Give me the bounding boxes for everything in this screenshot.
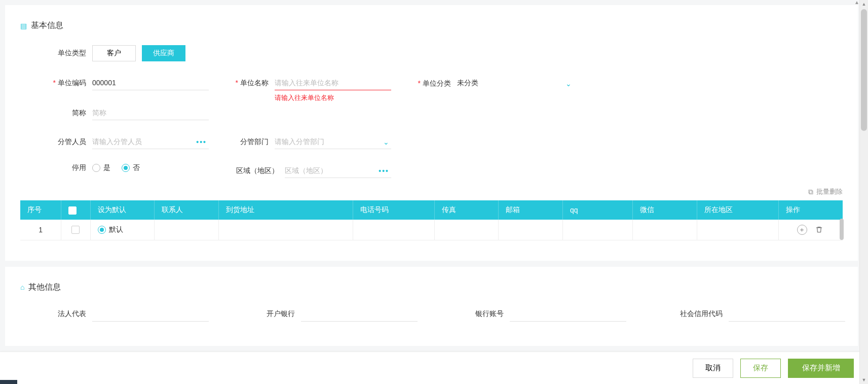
radio-disabled-no[interactable]: 否 (122, 163, 140, 172)
th-email: 邮箱 (499, 200, 563, 220)
input-short-name[interactable] (92, 106, 209, 120)
th-contact: 联系人 (155, 200, 219, 220)
label-unit-code: 单位编码 (58, 79, 86, 87)
scroll-up-icon[interactable]: ▲ (860, 0, 868, 8)
input-manager[interactable] (92, 134, 209, 149)
label-unit-category: 单位分类 (423, 79, 451, 87)
cell-phone[interactable] (353, 220, 434, 240)
header-checkbox[interactable] (68, 206, 77, 215)
select-unit-category[interactable]: 未分类 ⌄ (457, 76, 574, 91)
cell-area[interactable] (697, 220, 778, 240)
input-bank[interactable] (301, 307, 418, 322)
footer-action-bar: 取消 保存 保存并新增 (0, 352, 868, 384)
input-unit-code[interactable] (92, 76, 209, 90)
field-unit-code: *单位编码 (46, 76, 228, 90)
picker-manager[interactable]: ••• (92, 134, 209, 149)
field-unit-name: *单位名称 请输入往来单位名称 (228, 76, 410, 90)
field-legal-rep: 法人代表 (46, 307, 209, 322)
cell-address[interactable] (218, 220, 353, 240)
radio-disabled-yes[interactable]: 是 (92, 163, 110, 172)
th-actions: 操作 (778, 200, 843, 220)
label-short-name: 简称 (46, 109, 86, 118)
th-phone: 电话号码 (353, 200, 434, 220)
scroll-top-caret-icon: ▲ (854, 0, 859, 5)
contacts-table: 序号 设为默认 联系人 到货地址 电话号码 传真 邮箱 qq 微信 所在地区 操… (20, 200, 843, 240)
label-legal-rep: 法人代表 (46, 309, 86, 319)
label-bank: 开户银行 (254, 309, 295, 319)
table-scrollbar-thumb[interactable] (840, 219, 844, 240)
trash-icon (815, 226, 823, 233)
label-region: 区域（地区） (228, 166, 279, 176)
th-wechat: 微信 (633, 200, 697, 220)
cancel-button[interactable]: 取消 (693, 359, 733, 378)
table-header-row: 序号 设为默认 联系人 到货地址 电话号码 传真 邮箱 qq 微信 所在地区 操… (20, 200, 843, 220)
field-unit-type: 单位类型 客户 供应商 (46, 45, 228, 61)
input-credit-code[interactable] (729, 307, 845, 322)
label-credit-code: 社会信用代码 (672, 309, 723, 319)
row-default-radio[interactable]: 默认 (98, 225, 123, 234)
basic-info-icon: ▤ (20, 22, 27, 30)
field-disabled: 停用 是 否 (46, 163, 228, 172)
field-short-name: 简称 (46, 106, 228, 120)
label-department: 分管部门 (228, 137, 269, 147)
th-area: 所在地区 (697, 200, 778, 220)
delete-row-button[interactable] (814, 225, 824, 235)
label-account: 银行账号 (463, 309, 504, 319)
save-and-new-button[interactable]: 保存并新增 (788, 359, 854, 378)
th-qq: qq (562, 200, 632, 220)
batch-delete-link[interactable]: ⧉ 批量删除 (20, 187, 843, 196)
field-bank: 开户银行 (254, 307, 418, 322)
other-info-title: 其他信息 (28, 282, 61, 293)
unit-type-customer-button[interactable]: 客户 (92, 45, 136, 61)
cell-contact[interactable] (155, 220, 219, 240)
label-disabled: 停用 (46, 163, 86, 172)
contacts-table-wrap: 序号 设为默认 联系人 到货地址 电话号码 传真 邮箱 qq 微信 所在地区 操… (20, 200, 843, 240)
panel-basic-info: ▤ 基本信息 单位类型 客户 供应商 *单位编码 *单位名称 (5, 5, 858, 261)
required-marker: * (418, 79, 421, 87)
table-row: 1 默认 (20, 220, 843, 240)
picker-region[interactable]: ••• (285, 163, 391, 178)
input-department[interactable] (275, 134, 391, 149)
required-marker: * (53, 79, 56, 87)
cell-seq: 1 (20, 220, 61, 240)
panel-other-info: ⌂ 其他信息 法人代表 开户银行 银行账号 社会信用代码 (5, 267, 858, 346)
save-button[interactable]: 保存 (740, 359, 781, 378)
th-fax: 传真 (434, 200, 499, 220)
required-marker: * (236, 79, 238, 87)
label-unit-type: 单位类型 (46, 49, 86, 58)
basic-info-title: 基本信息 (31, 20, 63, 31)
panel-basic-header: ▤ 基本信息 (20, 20, 843, 31)
select-department[interactable]: ⌄ (275, 134, 391, 149)
input-unit-name[interactable] (275, 76, 391, 90)
label-manager: 分管人员 (46, 137, 86, 147)
cell-fax[interactable] (434, 220, 499, 240)
scroll-down-icon[interactable]: ▼ (860, 376, 868, 384)
field-department: 分管部门 ⌄ (228, 134, 410, 149)
th-checkbox (61, 200, 91, 220)
panel-other-header: ⌂ 其他信息 (20, 282, 843, 293)
field-region: 区域（地区） ••• (228, 163, 410, 178)
unit-type-supplier-button[interactable]: 供应商 (142, 45, 185, 61)
th-seq: 序号 (20, 200, 61, 220)
scrollbar-thumb[interactable] (861, 9, 867, 131)
field-credit-code: 社会信用代码 (672, 307, 845, 322)
field-unit-category: *单位分类 未分类 ⌄ (410, 76, 593, 91)
radio-dot-icon (98, 226, 106, 234)
th-address: 到货地址 (218, 200, 353, 220)
dark-footer-strip (0, 380, 17, 384)
input-region[interactable] (285, 163, 391, 178)
error-unit-name: 请输入往来单位名称 (275, 93, 334, 102)
add-row-button[interactable]: ＋ (797, 225, 807, 235)
field-manager: 分管人员 ••• (46, 134, 228, 149)
field-account: 银行账号 (463, 307, 626, 322)
cell-email[interactable] (499, 220, 563, 240)
page-scrollbar[interactable]: ▲ ▼ (859, 0, 868, 384)
cell-wechat[interactable] (633, 220, 697, 240)
label-unit-name: 单位名称 (240, 79, 269, 87)
input-account[interactable] (510, 307, 626, 322)
content-scroll-area: ▤ 基本信息 单位类型 客户 供应商 *单位编码 *单位名称 (5, 5, 858, 346)
cell-qq[interactable] (562, 220, 632, 240)
row-checkbox[interactable] (71, 226, 80, 234)
input-legal-rep[interactable] (92, 307, 209, 322)
other-info-icon: ⌂ (20, 283, 24, 291)
